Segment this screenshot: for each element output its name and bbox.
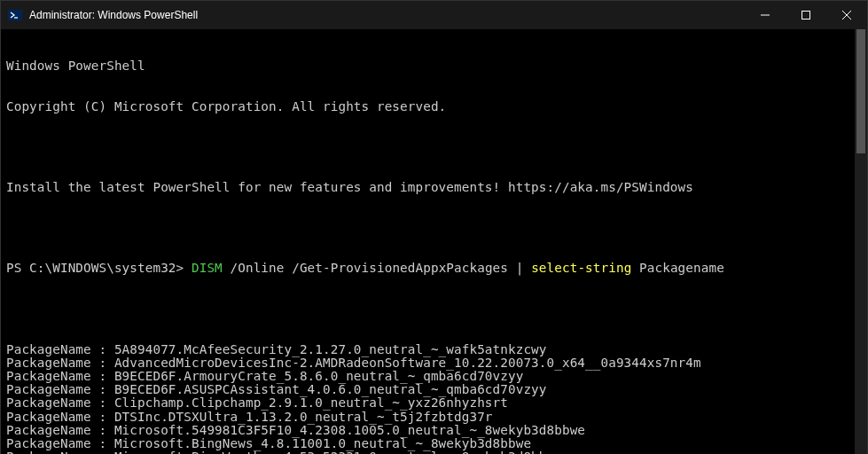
- powershell-window: Administrator: Windows PowerShell Window…: [0, 0, 868, 454]
- content-wrap: Windows PowerShell Copyright (C) Microso…: [1, 29, 867, 454]
- package-line: PackageName : Clipchamp.Clipchamp_2.9.1.…: [6, 396, 849, 410]
- package-line: PackageName : B9ECED6F.ASUSPCAssistant_4…: [6, 383, 849, 396]
- minimize-icon: [761, 11, 770, 20]
- package-line: PackageName : Microsoft.BingWeather_4.53…: [6, 450, 849, 454]
- package-line: PackageName : B9ECED6F.ArmouryCrate_5.8.…: [6, 370, 849, 383]
- close-button[interactable]: [826, 1, 867, 29]
- cmd-select: select-string: [523, 261, 631, 275]
- cmd-args: /Online /Get-ProvisionedAppxPackages: [223, 261, 516, 275]
- package-line: PackageName : 5A894077.McAfeeSecurity_2.…: [6, 343, 849, 356]
- minimize-button[interactable]: [745, 1, 786, 29]
- terminal-output[interactable]: Windows PowerShell Copyright (C) Microso…: [1, 29, 855, 454]
- copyright-line: Copyright (C) Microsoft Corporation. All…: [6, 100, 849, 114]
- maximize-button[interactable]: [786, 1, 826, 29]
- command-line: PS C:\WINDOWS\system32> DISM /Online /Ge…: [6, 262, 849, 275]
- blank-line: [6, 222, 849, 235]
- close-icon: [842, 11, 851, 20]
- scrollbar-thumb[interactable]: [856, 29, 865, 153]
- blank-line: [6, 141, 849, 154]
- svg-rect-3: [802, 12, 810, 20]
- package-line: PackageName : AdvancedMicroDevicesInc-2.…: [6, 356, 849, 370]
- window-title: Administrator: Windows PowerShell: [29, 9, 745, 21]
- header-line: Windows PowerShell: [6, 59, 849, 73]
- package-line: PackageName : DTSInc.DTSXUltra_1.13.2.0_…: [6, 411, 849, 424]
- prompt-text: PS C:\WINDOWS\system32>: [6, 261, 192, 275]
- cmd-executable: DISM: [192, 261, 223, 275]
- package-line: PackageName : Microsoft.549981C3F5F10_4.…: [6, 424, 849, 437]
- scrollbar[interactable]: [855, 29, 867, 454]
- window-controls: [745, 1, 867, 29]
- powershell-icon: [8, 8, 22, 22]
- maximize-icon: [802, 11, 810, 20]
- install-msg-line: Install the latest PowerShell for new fe…: [6, 181, 849, 194]
- titlebar[interactable]: Administrator: Windows PowerShell: [1, 1, 867, 29]
- package-line: PackageName : Microsoft.BingNews_4.8.110…: [6, 437, 849, 450]
- package-list: PackageName : 5A894077.McAfeeSecurity_2.…: [6, 343, 849, 454]
- cmd-tail: Packagename: [631, 261, 724, 275]
- blank-line: [6, 302, 849, 316]
